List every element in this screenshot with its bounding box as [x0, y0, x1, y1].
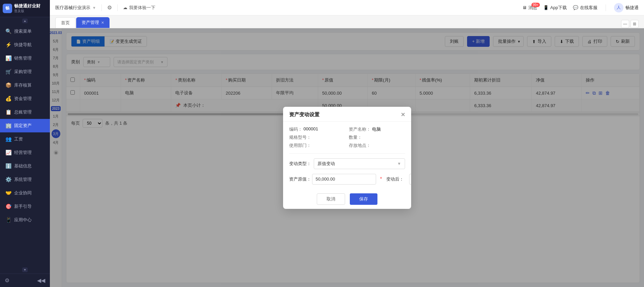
app-title-block: 畅捷通好业财 普及版 — [14, 3, 40, 13]
modal-asset-name-label: 资产名称： — [349, 126, 371, 132]
save-button[interactable]: 保存 — [350, 193, 377, 205]
sidebar-item-sales[interactable]: 📊 销售管理 — [0, 52, 50, 65]
modal-info-location: 存放地点： — [349, 142, 405, 149]
topbar-divider-3 — [606, 4, 606, 11]
main-area: 医疗器械行业演示 ▼ ⚙ ☁ 我要体验一下 🖥 消息 99+ 📱 App下载 💬… — [50, 0, 644, 287]
cancel-button[interactable]: 取消 — [317, 193, 345, 205]
sidebar-scroll-down[interactable]: ▼ — [22, 267, 28, 272]
ledger-icon: 📋 — [5, 109, 11, 115]
sidebar-item-label: 系统管理 — [14, 177, 32, 183]
modal-info-department: 使用部门： — [289, 142, 345, 149]
target-icon: 🎯 — [5, 203, 11, 210]
modal-spec-label: 规格型号： — [289, 134, 311, 140]
tab-asset-management[interactable]: 资产管理 ✕ — [76, 17, 110, 28]
handshake-icon: 🤝 — [5, 190, 11, 196]
box-icon: 📦 — [5, 82, 11, 88]
window-maximize-btn[interactable]: ⊞ — [631, 20, 639, 28]
sidebar-item-operations[interactable]: 📈 经营管理 — [0, 146, 50, 159]
service-btn[interactable]: 💬 在线客服 — [573, 5, 597, 11]
notification-icon: 🖥 — [522, 5, 527, 10]
topbar-right: 🖥 消息 99+ 📱 App下载 💬 在线客服 人 畅捷通 — [522, 3, 639, 12]
service-icon: 💬 — [573, 5, 578, 10]
notification-badge: 99+ — [531, 3, 540, 7]
sidebar-item-basic-info[interactable]: ℹ️ 基础信息 — [0, 159, 50, 173]
company-selector[interactable]: 医疗器械行业演示 ▼ — [55, 5, 96, 11]
settings-icon[interactable]: ⚙ — [5, 277, 9, 284]
money-icon: 💰 — [5, 96, 11, 102]
modal-required-star: * — [380, 176, 382, 182]
tab-controls: — ⊞ — [621, 20, 639, 28]
users-icon: 👥 — [5, 136, 11, 142]
sidebar-item-general-ledger[interactable]: 📋 总账管理 — [0, 105, 50, 119]
sidebar-item-label: 新手引导 — [14, 203, 32, 210]
notification-btn[interactable]: 🖥 消息 99+ — [522, 5, 537, 11]
asset-change-modal: 资产变动设置 ✕ 编码： 000001 资产名称： 电脑 — [283, 107, 411, 209]
sidebar-item-enterprise[interactable]: 🤝 企业协同 — [0, 186, 50, 200]
company-dropdown-icon: ▼ — [92, 6, 96, 10]
modal-department-label: 使用部门： — [289, 142, 311, 149]
app-download-icon: 📱 — [543, 5, 549, 10]
collapse-icon[interactable]: ◀◀ — [37, 277, 45, 284]
sidebar-item-funds[interactable]: 💰 资金管理 — [0, 92, 50, 105]
window-minimize-btn[interactable]: — — [621, 20, 629, 28]
sidebar-item-label: 搜索菜单 — [14, 28, 32, 34]
sidebar-item-label: 销售管理 — [14, 55, 32, 61]
sidebar-item-quick-nav[interactable]: ⚡ 快捷导航 — [0, 38, 50, 52]
modal-change-type-label: 变动类型： — [289, 161, 311, 167]
modal-body: 编码： 000001 资产名称： 电脑 规格型号： 数量： — [283, 122, 411, 189]
sidebar-item-label: 基础信息 — [14, 163, 32, 169]
user-menu[interactable]: 人 畅捷通 — [614, 3, 639, 12]
app-edition: 普及版 — [14, 9, 40, 13]
modal-change-type-select[interactable]: 原值变动 ▼ — [314, 158, 405, 169]
modal-close-icon[interactable]: ✕ — [401, 111, 405, 118]
sidebar-item-fixed-assets[interactable]: 🏢 固定资产 — [0, 119, 50, 132]
company-name: 医疗器械行业演示 — [55, 5, 90, 11]
sidebar-item-label: 快捷导航 — [14, 42, 32, 48]
modal-after-label: 变动后： — [386, 176, 406, 182]
sidebar-scroll-up[interactable]: ▲ — [22, 19, 28, 23]
sidebar-item-app-center[interactable]: 📱 应用中心 — [0, 213, 50, 227]
modal-overlay[interactable]: 资产变动设置 ✕ 编码： 000001 资产名称： 电脑 — [50, 28, 644, 287]
sidebar-item-label: 资金管理 — [14, 96, 32, 102]
sidebar-item-system[interactable]: ⚙️ 系统管理 — [0, 173, 50, 186]
app-download-btn[interactable]: 📱 App下载 — [543, 5, 567, 11]
tab-close-icon[interactable]: ✕ — [101, 21, 104, 25]
sidebar-item-label: 工资 — [14, 136, 23, 142]
sidebar-item-search[interactable]: 🔍 搜索菜单 — [0, 25, 50, 38]
sidebar-item-label: 企业协同 — [14, 190, 32, 196]
user-name: 畅捷通 — [625, 5, 639, 11]
phone-icon: 📱 — [5, 217, 11, 223]
user-avatar: 人 — [614, 3, 623, 12]
experience-btn[interactable]: ☁ 我要体验一下 — [123, 5, 155, 11]
tabbar: 首页 资产管理 ✕ — ⊞ — [50, 15, 644, 28]
sidebar-header: 畅 畅捷通好业财 普及版 — [0, 0, 50, 17]
modal-header: 资产变动设置 ✕ — [283, 107, 411, 122]
building-icon: 🏢 — [5, 123, 11, 129]
sidebar-item-label: 经营管理 — [14, 150, 32, 156]
tab-home[interactable]: 首页 — [55, 17, 75, 28]
sidebar: 畅 畅捷通好业财 普及版 ▲ 🔍 搜索菜单 ⚡ 快捷导航 📊 销售管理 🛒 采购… — [0, 0, 50, 287]
modal-values-row: 资产原值： * 变动后： — [289, 174, 405, 185]
sidebar-item-purchase[interactable]: 🛒 采购管理 — [0, 65, 50, 78]
sidebar-item-inventory[interactable]: 📦 库存核算 — [0, 78, 50, 92]
tab-asset-label: 资产管理 — [82, 20, 99, 26]
trending-icon: 📈 — [5, 150, 11, 156]
experience-icon: ☁ — [123, 5, 127, 10]
modal-original-value-input[interactable] — [312, 174, 376, 185]
app-download-label: App下载 — [550, 5, 567, 11]
topbar: 医疗器械行业演示 ▼ ⚙ ☁ 我要体验一下 🖥 消息 99+ 📱 App下载 💬… — [50, 0, 644, 15]
topbar-settings-icon[interactable]: ⚙ — [107, 4, 112, 11]
cart-icon: 🛒 — [5, 69, 11, 75]
modal-info-code: 编码： 000001 — [289, 126, 345, 132]
sidebar-item-payroll[interactable]: 👥 工资 — [0, 132, 50, 146]
modal-change-type-value: 原值变动 — [317, 161, 335, 167]
sidebar-item-guide[interactable]: 🎯 新手引导 — [0, 200, 50, 213]
topbar-divider-1 — [101, 4, 102, 11]
modal-after-input[interactable] — [409, 174, 411, 185]
modal-change-type-arrow: ▼ — [397, 161, 401, 166]
sidebar-item-label: 库存核算 — [14, 82, 32, 88]
gear-icon: ⚙️ — [5, 177, 11, 183]
modal-info-asset-name: 资产名称： 电脑 — [349, 126, 405, 132]
modal-original-value-label: 资产原值： — [289, 176, 309, 182]
lightning-icon: ⚡ — [5, 42, 11, 48]
